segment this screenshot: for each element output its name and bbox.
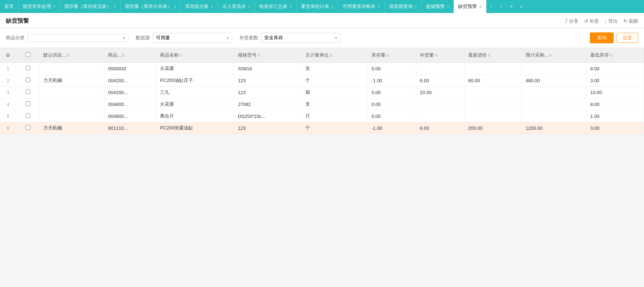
- td-product-code: 004600...: [104, 98, 156, 110]
- tab-requisition-stats[interactable]: 要货单统计表 ×: [297, 0, 338, 13]
- close-icon[interactable]: ×: [479, 4, 481, 9]
- th-replenish-qty[interactable]: 补货量⇅: [416, 48, 465, 63]
- tab-current-stock-dist[interactable]: 现存量（库存分布表） ×: [121, 0, 181, 13]
- td-stock: 0.00: [368, 98, 416, 110]
- td-seq: 3: [0, 87, 16, 98]
- td-product-code: 004800...: [104, 110, 156, 122]
- row-checkbox[interactable]: [26, 66, 30, 70]
- th-stock[interactable]: 库存量⇅: [368, 48, 416, 63]
- category-select[interactable]: ▾: [27, 34, 129, 42]
- tab-shortage-warning[interactable]: 缺货预警 ×: [454, 0, 486, 13]
- td-stock: 0.00: [368, 63, 416, 75]
- refresh-icon: ↻: [623, 18, 627, 24]
- td-stock: -1.00: [368, 122, 416, 134]
- td-seq: 5: [0, 110, 16, 122]
- share-button[interactable]: ⤴ 分享: [565, 18, 578, 25]
- td-checkbox[interactable]: [16, 63, 40, 75]
- main-content: 缺货预警 ⤴ 分享 ↺ 补货 ↓ 导出 ↻ 刷新 商品分类: [0, 13, 644, 134]
- tab-inout-flow[interactable]: 出入库流水 ×: [218, 0, 255, 13]
- close-icon[interactable]: ×: [290, 4, 292, 9]
- row-checkbox[interactable]: [26, 125, 30, 130]
- tab-batch-account[interactable]: 库存批次账 ×: [181, 0, 218, 13]
- td-checkbox[interactable]: [16, 110, 40, 122]
- tab-current-stock-status[interactable]: 现存量（库存状况表） ×: [60, 0, 120, 13]
- th-spec[interactable]: 规格型号⇅: [234, 48, 301, 63]
- td-stock: 0.00: [368, 110, 416, 122]
- table-row: 5004800...离合片DS250*23c...只0.001.00: [0, 110, 644, 122]
- data-table-wrap: ⚙ 默认供应...⇅ 商品...⇅ 商品名称⇅ 规格型号⇅: [0, 48, 644, 134]
- datasource-select[interactable]: 可用量 ▾: [153, 33, 232, 43]
- close-icon[interactable]: ×: [331, 4, 334, 9]
- close-icon[interactable]: ×: [174, 4, 176, 9]
- sort-icon: ⇅: [386, 53, 389, 57]
- close-icon[interactable]: ×: [211, 4, 213, 9]
- td-product-name: 火花塞: [156, 98, 234, 110]
- td-default-supplier: [40, 87, 104, 98]
- th-checkbox[interactable]: [16, 48, 40, 63]
- td-checkbox[interactable]: [16, 98, 40, 110]
- th-default-supplier[interactable]: 默认供应...⇅: [40, 48, 104, 63]
- sort-icon: ⇅: [330, 53, 332, 57]
- close-icon[interactable]: ×: [248, 4, 250, 9]
- row-checkbox[interactable]: [26, 78, 30, 82]
- tab-available-ledger[interactable]: 可用量库存账本 ×: [338, 0, 384, 13]
- td-product-name: 火花塞: [156, 63, 234, 75]
- close-icon[interactable]: ×: [53, 4, 55, 9]
- export-button[interactable]: ↓ 导出: [605, 18, 618, 25]
- category-label: 商品分类: [6, 35, 25, 41]
- query-button[interactable]: 查询: [590, 32, 614, 43]
- table-row: 4004600...火花塞J7092支0.008.00: [0, 98, 644, 110]
- th-unit[interactable]: 主计量单位⇅: [301, 48, 368, 63]
- tab-home[interactable]: 首页: [0, 0, 18, 13]
- tab-prev-btn[interactable]: ‹: [486, 0, 496, 13]
- td-seq: 4: [0, 98, 16, 110]
- td-unit: 支: [301, 63, 368, 75]
- settings-button[interactable]: 设置: [617, 33, 638, 43]
- tab-receive-send-summary[interactable]: 收发存汇总表 ×: [255, 0, 296, 13]
- td-product-name: PC200油缸庄子: [156, 75, 234, 87]
- td-stock: 0.00: [368, 87, 416, 98]
- select-all-checkbox[interactable]: [26, 52, 30, 57]
- td-spec: SS816: [234, 63, 301, 75]
- th-estimated-purchase[interactable]: 预计采购...⇅: [522, 48, 586, 63]
- th-product-code[interactable]: 商品...⇅: [104, 48, 156, 63]
- gear-icon: ⚙: [4, 51, 12, 59]
- th-gear[interactable]: ⚙: [0, 48, 16, 63]
- th-latest-price[interactable]: 最新进价⇅: [464, 48, 522, 63]
- close-icon[interactable]: ×: [113, 4, 116, 9]
- td-checkbox[interactable]: [16, 87, 40, 98]
- close-icon[interactable]: ×: [447, 4, 449, 9]
- td-seq: 1: [0, 63, 16, 75]
- td-latest-price: [464, 87, 522, 98]
- tab-expand-btn[interactable]: ⤢: [517, 0, 527, 13]
- header-actions: ⤴ 分享 ↺ 补货 ↓ 导出 ↻ 刷新: [565, 18, 639, 25]
- td-checkbox[interactable]: [16, 122, 40, 134]
- replenish-button[interactable]: ↺ 补货: [584, 18, 599, 25]
- close-icon[interactable]: ×: [415, 4, 417, 9]
- row-checkbox[interactable]: [26, 101, 30, 106]
- td-unit: 个: [301, 75, 368, 87]
- tab-close-all-btn[interactable]: ×: [506, 0, 517, 13]
- tab-overstock-warning[interactable]: 超储预警 ×: [422, 0, 454, 13]
- td-spec: 123: [234, 75, 301, 87]
- replenish-base-select[interactable]: 安全库存 ▾: [261, 33, 340, 43]
- td-checkbox[interactable]: [16, 75, 40, 87]
- row-checkbox[interactable]: [26, 113, 30, 118]
- page-title: 缺货预警: [6, 17, 29, 25]
- td-default-supplier: [40, 98, 104, 110]
- chevron-down-icon: ▾: [335, 36, 337, 40]
- td-replenish-qty: 6.00: [416, 122, 465, 134]
- td-spec: DS250*23c...: [234, 110, 301, 122]
- sort-icon: ⇅: [179, 53, 182, 57]
- th-product-name[interactable]: 商品名称⇅: [156, 48, 234, 63]
- close-icon[interactable]: ×: [378, 4, 380, 9]
- tab-pick-exception[interactable]: 拣货异常处理 ×: [18, 0, 60, 13]
- tab-next-btn[interactable]: ›: [496, 0, 506, 13]
- tab-shelf-life[interactable]: 保质期查询 ×: [385, 0, 422, 13]
- refresh-button[interactable]: ↻ 刷新: [623, 18, 638, 25]
- replenish-base-filter-group: 补货基数 安全库存 ▾: [239, 33, 340, 43]
- th-min-stock[interactable]: 最低库存⇅: [587, 48, 644, 63]
- td-seq: 6: [0, 122, 16, 134]
- row-checkbox[interactable]: [26, 89, 30, 94]
- td-latest-price: [464, 63, 522, 75]
